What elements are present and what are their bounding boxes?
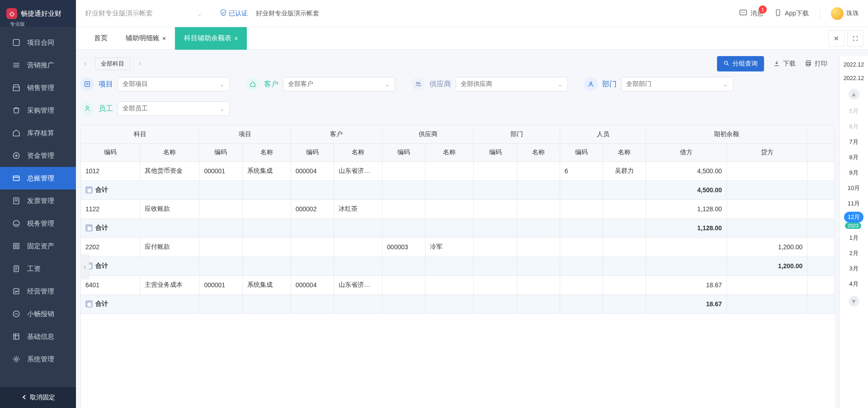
sidebar-pin-toggle[interactable]: 取消固定: [0, 387, 76, 408]
month-item[interactable]: 3月: [849, 261, 858, 276]
cell-credit: 1,200.00: [726, 237, 807, 256]
cell-debit: [646, 237, 727, 256]
filter-department-select[interactable]: 全部部门⌄: [621, 77, 733, 91]
period-from[interactable]: 2022.12: [844, 59, 864, 71]
brand-name: 畅捷通好业财: [21, 9, 61, 18]
table-row[interactable]: 6401 主营业务成本 000001 系统集成 000004 山东省济… 18.…: [81, 275, 835, 294]
download-label: App下载: [785, 9, 809, 18]
cell-supplier-name: [425, 161, 474, 180]
tab-label: 科目辅助余额表: [184, 34, 231, 43]
month-item[interactable]: 9月: [849, 166, 858, 180]
svg-point-22: [416, 82, 418, 84]
cell-dept-name: [517, 199, 560, 218]
filter-supplier-select[interactable]: 全部供应商⌄: [456, 77, 568, 91]
menu-item-label: 项目合同: [27, 38, 54, 47]
sidebar-item-12[interactable]: 小畅报销: [0, 303, 76, 325]
tab-2[interactable]: 科目辅助余额表×: [175, 27, 247, 50]
sidebar-item-3[interactable]: 采购管理: [0, 99, 76, 122]
sidebar-item-1[interactable]: 营销推广: [0, 54, 76, 76]
avatar-icon: [831, 7, 844, 20]
sidebar-item-10[interactable]: 工资: [0, 257, 76, 280]
cell-project-name: [242, 237, 291, 256]
th-code: 编码: [81, 143, 140, 161]
cell-person-code: [560, 199, 603, 218]
sidebar-item-8[interactable]: 税务管理: [0, 212, 76, 235]
cell-subject-code: 6401: [81, 275, 140, 294]
menu-icon: [12, 38, 21, 47]
table-scroll-right-button[interactable]: ›: [81, 254, 89, 280]
print-button[interactable]: 打印: [805, 60, 827, 68]
period-to[interactable]: 2022.12: [844, 72, 864, 84]
filter-project-select[interactable]: 全部项目⌄: [118, 77, 230, 91]
tab-close-icon[interactable]: ×: [234, 35, 238, 42]
svg-point-13: [743, 12, 744, 13]
sidebar-item-9[interactable]: 固定资产: [0, 235, 76, 257]
account-picker[interactable]: 好业财专业版演示帐套 ⌄: [85, 9, 203, 18]
fullscreen-button[interactable]: [847, 30, 863, 47]
cell-supplier-name: 冷军: [425, 237, 474, 256]
cell-project-code: 000001: [199, 275, 242, 294]
cell-person-name: [603, 237, 646, 256]
sidebar-item-14[interactable]: 系统管理: [0, 348, 76, 370]
sidebar-item-4[interactable]: 库存核算: [0, 122, 76, 144]
sidebar-item-11[interactable]: 经营管理: [0, 280, 76, 303]
verified-badge: 已认证: [220, 9, 248, 18]
tab-label: 首页: [94, 34, 108, 43]
month-item[interactable]: 4月: [849, 277, 858, 291]
th-person: 人员: [560, 125, 646, 143]
filter-employee-select[interactable]: 全部员工⌄: [118, 101, 230, 116]
tab-1[interactable]: 辅助明细账×: [117, 27, 175, 50]
messages-button[interactable]: 消息 1: [739, 8, 763, 19]
breadcrumb-fwd-button[interactable]: [135, 59, 145, 69]
month-item[interactable]: 11月: [848, 196, 860, 211]
tab-0[interactable]: 首页: [85, 27, 117, 50]
table-row[interactable]: ▦合计 4,500.00: [81, 180, 835, 199]
th-more: [807, 125, 835, 143]
cell-subject-name: 应收账款: [140, 199, 199, 218]
month-item[interactable]: 2月: [849, 246, 858, 261]
sidebar-item-5[interactable]: 资金管理: [0, 144, 76, 167]
table-row[interactable]: 2202 应付账款 000003 冷军 1,200.00: [81, 237, 835, 256]
menu-item-label: 经营管理: [27, 287, 54, 296]
download-button[interactable]: 下载: [773, 60, 796, 68]
svg-point-14: [745, 12, 745, 13]
menu-item-label: 营销推广: [27, 61, 54, 70]
group-query-button[interactable]: 分组查询: [717, 56, 764, 71]
th-debit: 借方: [646, 143, 727, 161]
period-down-button[interactable]: ▼: [849, 296, 859, 307]
download-label2: 下载: [783, 60, 796, 68]
month-item[interactable]: 10月: [848, 181, 860, 195]
cell-supplier-code: [382, 199, 425, 218]
table-row[interactable]: 1122 应收账款 000002 冰红茶 1,128.00: [81, 199, 835, 218]
tab-close-icon[interactable]: ×: [162, 35, 166, 42]
close-all-tabs-button[interactable]: ✕: [828, 30, 844, 47]
month-item[interactable]: 7月: [849, 135, 858, 149]
chat-icon: [739, 8, 748, 19]
sidebar-item-0[interactable]: 项目合同: [0, 31, 76, 54]
sidebar-item-6[interactable]: 总账管理: [0, 167, 76, 190]
period-up-button[interactable]: ▲: [849, 89, 859, 100]
filter-customer-select[interactable]: 全部客户⌄: [283, 77, 395, 91]
logo-icon: ◇: [6, 8, 17, 19]
filter-employee-label: 员工: [99, 104, 113, 114]
table-row[interactable]: 1012 其他货币资金 000001 系统集成 000004 山东省济… 6 吴…: [81, 161, 835, 180]
table-row[interactable]: ▦合计 1,200.00: [81, 256, 835, 275]
menu-icon: [12, 309, 21, 318]
table-row[interactable]: ▦合计 18.67: [81, 294, 835, 313]
sidebar-item-7[interactable]: 发票管理: [0, 190, 76, 212]
table-row[interactable]: ▦合计 1,128.00: [81, 218, 835, 237]
breadcrumb-back-button[interactable]: [80, 59, 90, 69]
user-menu[interactable]: 珠珠: [831, 7, 859, 20]
cell-credit: [726, 161, 807, 180]
data-table-wrap[interactable]: ›: [80, 125, 835, 408]
month-item[interactable]: 8月: [849, 150, 858, 165]
month-item[interactable]: 12月: [844, 212, 863, 223]
sidebar-item-13[interactable]: 基础信息: [0, 325, 76, 348]
month-item[interactable]: 1月: [849, 231, 858, 245]
cell-person-code: [560, 237, 603, 256]
cell-person-name: 吴群力: [603, 161, 646, 180]
sidebar-item-2[interactable]: 销售管理: [0, 76, 76, 99]
brand-sub: 专业版: [0, 21, 76, 28]
breadcrumb-current[interactable]: 全部科目: [95, 57, 130, 70]
app-download-button[interactable]: App下载: [774, 9, 809, 18]
